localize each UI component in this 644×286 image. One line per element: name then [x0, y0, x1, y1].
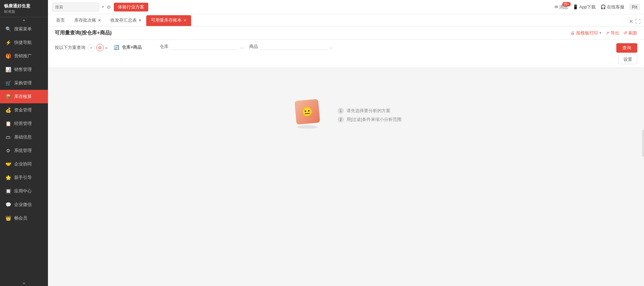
print-button[interactable]: 🖨 按模板打印 ▾ — [570, 30, 601, 36]
trial-industry-button[interactable]: 体验行业方案 — [114, 3, 148, 11]
scheme-settings-button[interactable]: ⚙ — [96, 44, 104, 51]
tab-close-icon[interactable]: ✕ — [138, 19, 141, 22]
product-label: 商品 — [249, 44, 258, 50]
tabbar: 首页 库存批次账 ✕ 收发存汇总表 ✕ 可用量库存账本 ✕ ✕ ⛶ — [48, 14, 644, 26]
topbar: ▾ ⚙ 体验行业方案 ✉ 消息 99+ 📱 App下载 🎧 在线客服 Rit — [48, 0, 644, 14]
page-title: 可用量查询(按仓库+商品) — [55, 30, 112, 36]
export-icon: ↗ — [606, 30, 609, 35]
sidebar-item-system[interactable]: ⚙ 系统管理 — [0, 144, 48, 157]
export-button[interactable]: ↗ 导出 — [606, 30, 619, 36]
dropdown-chevron-icon[interactable]: ▾ — [102, 5, 104, 9]
message-icon: ✉ — [555, 4, 558, 9]
scheme-item[interactable]: 🔄 仓库+商品 — [112, 43, 156, 51]
appcenter-icon: 🔲 — [5, 188, 11, 194]
empty-hint-2: 2 用[过滤]条件来缩小分析范围 — [338, 116, 402, 123]
inventory-icon: 📦 — [5, 93, 11, 100]
refresh-icon: ↺ — [623, 30, 627, 35]
sidebar-scroll-down[interactable]: ▼ — [0, 281, 48, 286]
filter-action-buttons: 查询 设置 — [616, 43, 637, 64]
page-header: 可用量查询(按仓库+商品) 🖨 按模板打印 ▾ ↗ 导出 ↺ 刷新 — [48, 26, 644, 40]
sidebar-item-basic[interactable]: 🗃 基础信息 — [0, 130, 48, 144]
empty-state: 😐 1 请先选择要分析的方案 2 用[过滤]条件来缩小分析范围 — [48, 68, 644, 162]
wechat-icon: 💬 — [5, 201, 11, 208]
basic-icon: 🗃 — [5, 134, 11, 140]
sidebar-item-inventory[interactable]: 📦 库存核算 — [0, 90, 48, 103]
sidebar-item-sales[interactable]: 📊 销售管理 — [0, 63, 48, 76]
sidebar-item-search[interactable]: 🔍 搜索菜单 — [0, 22, 48, 36]
tab-close-icon[interactable]: ✕ — [183, 19, 186, 22]
sidebar-item-label: 企业协同 — [14, 161, 32, 167]
tab-label: 可用量库存账本 — [151, 17, 182, 23]
sidebar-item-label: 销售管理 — [14, 67, 32, 73]
hint-number-1: 1 — [338, 108, 344, 114]
app-edition: 标准版 — [4, 9, 44, 14]
sidebar-item-purchase[interactable]: 🛒 采购管理 — [0, 76, 48, 90]
column-settings-button[interactable]: 设置 — [618, 55, 637, 64]
tabbar-controls: ✕ ⛶ — [629, 18, 641, 26]
sidebar-nav: 🔍 搜索菜单 ⚡ 快捷导航 🎁 营销推广 📊 销售管理 🛒 采购管理 📦 库存核… — [0, 22, 48, 281]
sidebar-item-appcenter[interactable]: 🔲 应用中心 — [0, 184, 48, 198]
sidebar: 畅康通好生意 标准版 ▲ 🔍 搜索菜单 ⚡ 快捷导航 🎁 营销推广 📊 销售管理… — [0, 0, 48, 286]
search-menu-icon: 🔍 — [5, 26, 11, 32]
online-service-button[interactable]: 🎧 在线客服 — [600, 4, 624, 10]
marketing-icon: 🎁 — [5, 53, 11, 59]
purchase-icon: 🛒 — [5, 80, 11, 86]
app-download-button[interactable]: 📱 App下载 — [573, 4, 596, 10]
product-field: 商品 ... — [249, 43, 333, 50]
tab-label: 库存批次账 — [74, 17, 96, 23]
query-button[interactable]: 查询 — [616, 43, 637, 53]
product-input[interactable] — [260, 43, 328, 50]
filter-area: 按以下方案查询 + ⚙ « 🔄 仓库+商品 仓库 ... — [48, 40, 644, 68]
membership-icon: 👑 — [5, 215, 11, 222]
product-more-button[interactable]: ... — [330, 44, 333, 49]
sidebar-item-membership[interactable]: 👑 畅会员 — [0, 211, 48, 225]
scheme-icon: 🔄 — [113, 44, 120, 51]
add-scheme-button[interactable]: + — [87, 44, 95, 51]
tab-expand-icon[interactable]: ⛶ — [635, 19, 641, 25]
tab-stock-summary[interactable]: 收发存汇总表 ✕ — [106, 15, 146, 26]
tab-close-icon[interactable]: ✕ — [98, 19, 101, 22]
sidebar-item-shortcut[interactable]: ⚡ 快捷导航 — [0, 36, 48, 49]
warehouse-label: 仓库 — [160, 44, 169, 50]
headset-icon: 🎧 — [600, 4, 606, 9]
sidebar-item-fund[interactable]: 💰 资金管理 — [0, 103, 48, 117]
user-menu[interactable]: Rit — [629, 4, 640, 10]
tab-label: 收发存汇总表 — [110, 17, 137, 23]
topbar-search-box[interactable] — [52, 3, 99, 11]
box-face-icon: 😐 — [301, 106, 314, 118]
tab-available-inventory[interactable]: 可用量库存账本 ✕ — [146, 15, 191, 26]
sales-icon: 📊 — [5, 66, 11, 73]
warehouse-input[interactable] — [171, 43, 238, 50]
scheme-label: 仓库+商品 — [122, 44, 142, 50]
sidebar-item-newuser[interactable]: 🌟 新手引导 — [0, 171, 48, 184]
shortcut-icon: ⚡ — [5, 39, 11, 46]
enterprise-icon: 🤝 — [5, 161, 11, 167]
settings-icon[interactable]: ⚙ — [107, 4, 111, 10]
sidebar-item-marketing[interactable]: 🎁 营销推广 — [0, 49, 48, 63]
main-area: ▾ ⚙ 体验行业方案 ✉ 消息 99+ 📱 App下载 🎧 在线客服 Rit 首… — [48, 0, 644, 286]
search-input[interactable] — [55, 5, 89, 9]
tab-inventory-batch[interactable]: 库存批次账 ✕ — [70, 15, 106, 26]
hint-text-2: 用[过滤]条件来缩小分析范围 — [346, 116, 402, 123]
message-button[interactable]: ✉ 消息 99+ — [555, 4, 568, 10]
tab-home[interactable]: 首页 — [51, 15, 70, 26]
tab-label: 首页 — [56, 17, 65, 23]
sidebar-item-wechat[interactable]: 💬 企业微信 — [0, 198, 48, 211]
warehouse-more-button[interactable]: ... — [240, 44, 244, 49]
sidebar-scroll-up[interactable]: ▲ — [0, 17, 48, 22]
sidebar-item-label: 采购管理 — [14, 80, 32, 86]
tab-close-all-icon[interactable]: ✕ — [629, 18, 633, 25]
sidebar-item-biz[interactable]: 📋 经营管理 — [0, 117, 48, 130]
collapse-filter-button[interactable]: « — [105, 45, 108, 50]
system-icon: ⚙ — [5, 147, 11, 154]
sidebar-item-enterprise[interactable]: 🤝 企业协同 — [0, 157, 48, 171]
biz-icon: 📋 — [5, 120, 11, 127]
print-dropdown-icon: ▾ — [599, 31, 601, 35]
sidebar-item-label: 库存核算 — [14, 94, 32, 100]
warehouse-field: 仓库 ... — [160, 43, 244, 50]
empty-hint-1: 1 请先选择要分析的方案 — [338, 108, 402, 114]
scrollbar[interactable] — [642, 130, 644, 157]
refresh-button[interactable]: ↺ 刷新 — [623, 30, 637, 36]
sidebar-item-label: 搜索菜单 — [14, 26, 32, 32]
hint-text-1: 请先选择要分析的方案 — [346, 108, 390, 114]
